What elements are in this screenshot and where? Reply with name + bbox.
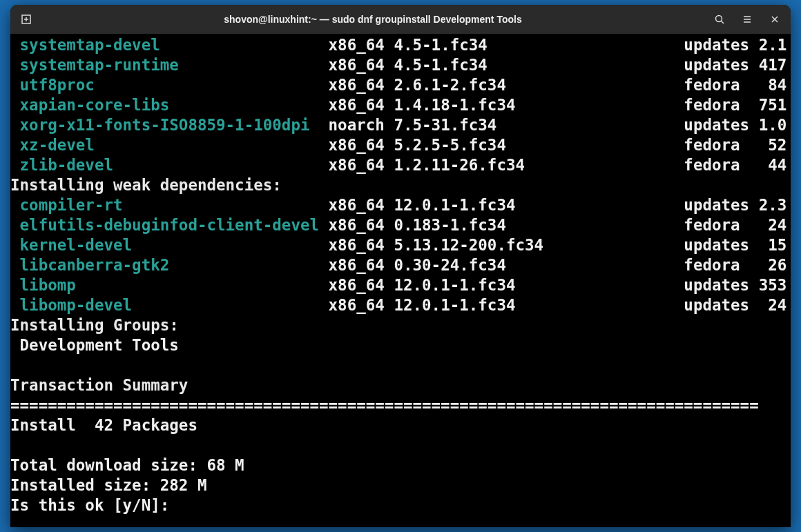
close-icon: [770, 14, 780, 24]
search-icon: [714, 14, 725, 25]
terminal-window: shovon@linuxhint:~ — sudo dnf groupinsta…: [10, 5, 791, 527]
close-button[interactable]: [763, 9, 786, 30]
hamburger-icon: [742, 14, 753, 25]
titlebar: shovon@linuxhint:~ — sudo dnf groupinsta…: [10, 5, 791, 34]
menu-button[interactable]: [735, 9, 759, 30]
new-tab-icon: [21, 14, 32, 25]
svg-point-1: [716, 16, 722, 22]
search-button[interactable]: [708, 9, 731, 30]
window-title: shovon@linuxhint:~ — sudo dnf groupinsta…: [42, 14, 704, 25]
new-tab-button[interactable]: [15, 9, 38, 30]
terminal-output[interactable]: systemtap-devel x86_64 4.5-1.fc34 update…: [10, 34, 791, 515]
